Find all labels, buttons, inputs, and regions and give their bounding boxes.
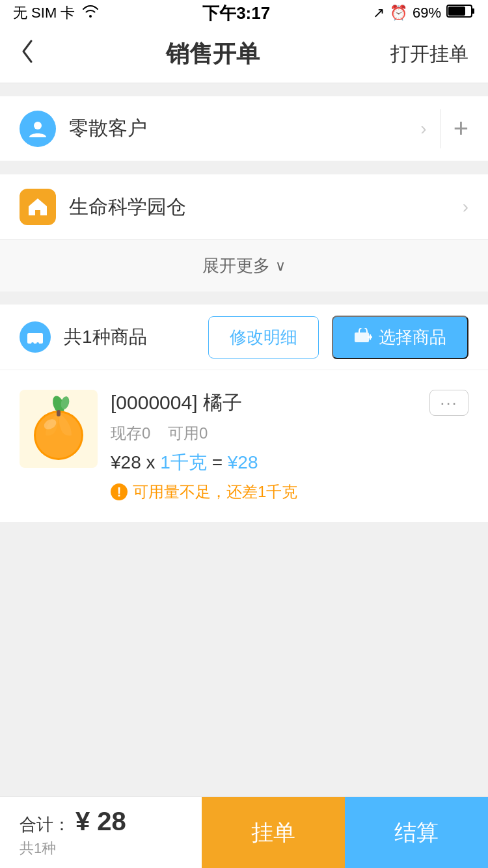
select-cart-icon xyxy=(354,328,372,346)
total-amount: ¥ 28 xyxy=(75,807,126,836)
wifi-icon xyxy=(81,5,100,21)
customer-divider xyxy=(440,109,441,148)
customer-arrow-icon: › xyxy=(420,118,426,139)
warning-icon: ! xyxy=(111,483,128,500)
product-more-button[interactable]: ··· xyxy=(429,390,468,416)
page-title: 销售开单 xyxy=(166,38,260,70)
section-gap-2 xyxy=(0,161,488,174)
add-customer-button[interactable]: + xyxy=(454,114,468,143)
warehouse-arrow-icon: › xyxy=(463,197,468,217)
total-label-row: 合计： ¥ 28 xyxy=(20,807,182,836)
back-button[interactable] xyxy=(20,38,35,70)
price-unit: ¥28 xyxy=(111,452,141,472)
modify-detail-button[interactable]: 修改明细 xyxy=(208,316,319,359)
warehouse-name: 生命科学园仓 xyxy=(69,194,463,221)
product-header-icon xyxy=(20,321,51,353)
svg-point-13 xyxy=(36,413,81,458)
svg-rect-7 xyxy=(355,332,369,342)
alarm-icon: ⏰ xyxy=(390,5,407,21)
svg-point-3 xyxy=(34,122,42,129)
product-price: ¥28 x 1千克 = ¥28 xyxy=(111,450,416,475)
warning-text: 可用量不足，还差1千克 xyxy=(133,481,297,502)
person-icon xyxy=(27,118,49,140)
select-product-button[interactable]: 选择商品 xyxy=(332,316,468,359)
price-total: ¥28 xyxy=(228,452,258,472)
status-left: 无 SIM 卡 xyxy=(13,3,100,23)
product-name: [0000004] 橘子 xyxy=(111,390,416,416)
customer-name: 零散客户 xyxy=(69,115,420,142)
svg-rect-15 xyxy=(57,410,61,416)
svg-rect-2 xyxy=(448,7,465,16)
svg-point-6 xyxy=(36,342,39,345)
cart-icon xyxy=(26,328,44,346)
open-pending-button[interactable]: 打开挂单 xyxy=(390,41,468,68)
home-icon xyxy=(27,196,49,218)
product-header: 共1种商品 修改明细 选择商品 xyxy=(0,305,488,370)
expand-more-label: 展开更多 xyxy=(202,254,270,277)
customer-row[interactable]: 零散客户 › + xyxy=(0,96,488,161)
product-code: [0000004] xyxy=(111,392,197,413)
battery-label: 69% xyxy=(413,5,441,21)
product-warning: ! 可用量不足，还差1千克 xyxy=(111,481,416,502)
section-gap-1 xyxy=(0,83,488,96)
status-right: ↗ ⏰ 69% xyxy=(373,4,475,22)
product-name-text: 橘子 xyxy=(203,392,242,413)
warehouse-icon xyxy=(20,189,56,225)
carrier-label: 无 SIM 卡 xyxy=(13,3,75,23)
total-section: 合计： ¥ 28 共1种 xyxy=(0,807,202,858)
svg-rect-1 xyxy=(472,8,474,14)
status-bar: 无 SIM 卡 下午3:17 ↗ ⏰ 69% xyxy=(0,0,488,26)
select-product-label: 选择商品 xyxy=(379,326,446,349)
product-item: [0000004] 橘子 现存0 可用0 ¥28 x 1千克 = ¥28 ! 可… xyxy=(0,370,488,522)
nav-bar: 销售开单 打开挂单 xyxy=(0,26,488,83)
pending-button[interactable]: 挂单 xyxy=(202,797,345,869)
orange-image xyxy=(23,393,94,465)
location-icon: ↗ xyxy=(373,5,385,21)
product-info: [0000004] 橘子 现存0 可用0 ¥28 x 1千克 = ¥28 ! 可… xyxy=(111,390,416,502)
bottom-bar: 合计： ¥ 28 共1种 挂单 结算 xyxy=(0,796,488,868)
battery-icon xyxy=(446,4,475,22)
product-image xyxy=(20,390,98,468)
status-time: 下午3:17 xyxy=(202,2,270,25)
equals-symbol: = xyxy=(212,452,228,472)
svg-rect-4 xyxy=(27,333,43,344)
multiply-symbol: x xyxy=(146,452,161,472)
checkout-button[interactable]: 结算 xyxy=(345,797,488,869)
svg-point-5 xyxy=(31,342,34,345)
stock-label: 现存0 xyxy=(111,424,150,442)
more-dots-icon: ··· xyxy=(440,393,458,413)
customer-avatar xyxy=(20,111,56,147)
total-sub-text: 共1种 xyxy=(20,839,182,858)
quantity-value: 1千克 xyxy=(160,452,207,472)
section-gap-3 xyxy=(0,292,488,305)
total-label-text: 合计： xyxy=(20,813,70,836)
product-count-label: 共1种商品 xyxy=(64,325,195,349)
product-stock: 现存0 可用0 xyxy=(111,423,416,444)
warehouse-row[interactable]: 生命科学园仓 › xyxy=(0,174,488,239)
available-label: 可用0 xyxy=(168,424,208,442)
expand-more-button[interactable]: 展开更多 ∨ xyxy=(0,239,488,292)
chevron-down-icon: ∨ xyxy=(275,258,286,275)
